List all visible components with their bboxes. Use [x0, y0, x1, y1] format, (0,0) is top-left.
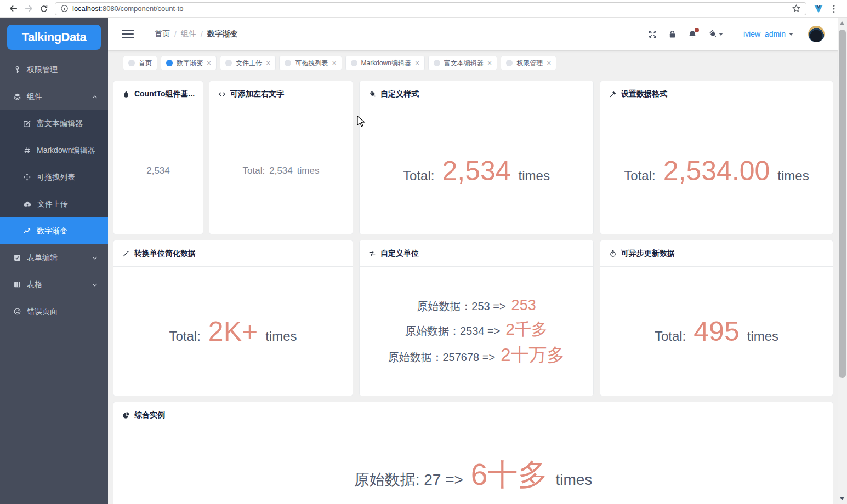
address-bar[interactable]: localhost:8080/component/count-to	[55, 2, 806, 15]
card-title: 设置数据格式	[621, 89, 667, 99]
tag-dot	[128, 60, 135, 66]
sidebar-item-form-editor[interactable]: 表单编辑	[0, 244, 108, 271]
scrollbar-thumb[interactable]	[839, 30, 846, 378]
close-icon[interactable]: ×	[207, 59, 211, 67]
card-custom-unit: 自定义单位 原始数据：253 => 253 原始数据：2534 => 2千多 原…	[359, 240, 594, 396]
sidebar-item-markdown-editor[interactable]: Markdown编辑器	[0, 137, 108, 164]
chevron-up-icon	[92, 94, 98, 100]
compose-icon	[23, 119, 31, 128]
unit-demo-line: 原始数据：253 => 253	[417, 298, 536, 314]
chevron-down-icon	[92, 255, 98, 261]
close-icon[interactable]: ×	[332, 59, 336, 67]
opened-tags-bar: 首页 数字渐变 × 文件上传 × 可拖拽列表 × Markdown编辑器 × 富…	[108, 50, 838, 76]
table-icon	[13, 280, 21, 289]
breadcrumb-current: 数字渐变	[207, 29, 238, 39]
card-async-update: 可异步更新数据 Total: 495 times	[600, 240, 833, 396]
tag-dot	[506, 60, 513, 66]
sidebar-item-error-pages[interactable]: 错误页面	[0, 298, 108, 325]
breadcrumb-home[interactable]: 首页	[155, 29, 170, 39]
browser-menu-icon[interactable]	[826, 2, 842, 16]
caret-down-icon	[789, 33, 793, 36]
card-title: 可异步更新数据	[621, 249, 675, 259]
app-logo[interactable]: TalkingData	[7, 25, 101, 50]
sidebar-item-permission[interactable]: 权限管理	[0, 56, 108, 83]
water-drop-icon	[122, 90, 130, 98]
tag-home[interactable]: 首页	[123, 56, 157, 70]
count-value: 2K+	[208, 318, 258, 345]
fullscreen-icon[interactable]	[648, 30, 657, 39]
tag-draggable-list[interactable]: 可拖拽列表 ×	[279, 56, 342, 70]
card-title: 转换单位简化数据	[134, 249, 196, 259]
browser-back-button[interactable]	[5, 2, 21, 16]
avatar[interactable]	[808, 26, 825, 42]
card-title: CountTo组件基...	[134, 89, 195, 99]
caret-down-icon	[719, 33, 723, 36]
count-value: 2,534	[442, 157, 510, 185]
url-text: localhost:8080/component/count-to	[72, 4, 183, 13]
count-value: 2,534	[269, 165, 293, 176]
notification-bell-icon[interactable]	[687, 30, 697, 39]
scroll-up-arrow[interactable]	[840, 21, 844, 25]
tag-rich-text-editor[interactable]: 富文本编辑器 ×	[428, 56, 497, 70]
tag-dot	[285, 60, 291, 66]
card-countto-basic: CountTo组件基... 2,534	[113, 81, 203, 234]
hash-icon	[23, 146, 31, 154]
breadcrumb: 首页 / 组件 / 数字渐变	[155, 29, 238, 39]
tag-dot	[434, 60, 440, 66]
breadcrumb-components[interactable]: 组件	[181, 29, 196, 39]
tag-file-upload[interactable]: 文件上传 ×	[220, 56, 276, 70]
close-icon[interactable]: ×	[266, 59, 270, 67]
card-title: 自定义单位	[380, 249, 419, 259]
tag-dot	[225, 60, 232, 66]
sad-face-icon	[13, 307, 21, 316]
card-title: 综合实例	[134, 410, 165, 420]
sidebar-item-draggable-list[interactable]: 可拖拽列表	[0, 164, 108, 191]
lock-icon[interactable]	[668, 30, 677, 39]
user-menu[interactable]: iview_admin	[743, 30, 793, 38]
card-title: 自定义样式	[380, 89, 419, 99]
vue-devtools-icon[interactable]	[811, 2, 826, 16]
trending-up-icon	[23, 227, 31, 235]
card-left-right-text: 可添加左右文字 Total:2,534times	[209, 81, 353, 234]
card-custom-style: 自定义样式 Total: 2,534 times	[359, 81, 594, 234]
close-icon[interactable]: ×	[547, 59, 551, 67]
info-icon[interactable]	[60, 4, 69, 13]
main-content: CountTo组件基... 2,534 可添加左右文字 Total:2,534t…	[108, 76, 838, 504]
browser-forward-button[interactable]	[21, 2, 36, 16]
count-value: 2,534	[146, 165, 170, 176]
hammer-icon	[609, 90, 617, 98]
sidebar-item-table[interactable]: 表格	[0, 271, 108, 298]
checkbox-icon	[13, 254, 21, 262]
card-title: 可添加左右文字	[230, 89, 284, 99]
unit-demo-line: 原始数据：2534 => 2千多	[405, 321, 548, 339]
components-submenu: 富文本编辑器 Markdown编辑器 可拖拽列表 文件上传 数字渐变	[0, 110, 108, 244]
pie-chart-icon	[122, 411, 130, 419]
tag-dot	[351, 60, 357, 66]
collapse-menu-button[interactable]	[122, 27, 134, 41]
app-header: 首页 / 组件 / 数字渐变 iview_admin	[108, 18, 838, 50]
theme-switcher[interactable]	[708, 30, 723, 39]
sidebar-item-components[interactable]: 组件	[0, 83, 108, 110]
scroll-down-arrow[interactable]	[840, 497, 844, 500]
tag-count-to[interactable]: 数字渐变 ×	[161, 56, 217, 70]
browser-refresh-button[interactable]	[36, 2, 52, 16]
sidebar-item-file-upload[interactable]: 文件上传	[0, 191, 108, 217]
layers-icon	[13, 93, 21, 101]
tag-permission[interactable]: 权限管理 ×	[501, 56, 556, 70]
count-value: 253	[511, 298, 536, 313]
wand-icon	[122, 250, 130, 257]
card-number-format: 设置数据格式 Total: 2,534.00 times	[600, 81, 833, 234]
tag-markdown-editor[interactable]: Markdown编辑器 ×	[345, 56, 425, 70]
close-icon[interactable]: ×	[487, 59, 492, 67]
code-icon	[218, 90, 226, 98]
count-value: 6十多	[471, 457, 548, 491]
close-icon[interactable]: ×	[415, 59, 419, 67]
sidebar-item-rich-text-editor[interactable]: 富文本编辑器	[0, 110, 108, 137]
shuffle-icon	[368, 250, 376, 257]
browser-chrome: localhost:8080/component/count-to	[0, 0, 847, 18]
page-scrollbar[interactable]	[838, 18, 847, 504]
bookmark-star-icon[interactable]	[792, 4, 801, 13]
paint-bucket-icon	[368, 90, 376, 98]
sidebar-item-count-to[interactable]: 数字渐变	[0, 217, 108, 244]
stopwatch-icon	[609, 250, 617, 257]
